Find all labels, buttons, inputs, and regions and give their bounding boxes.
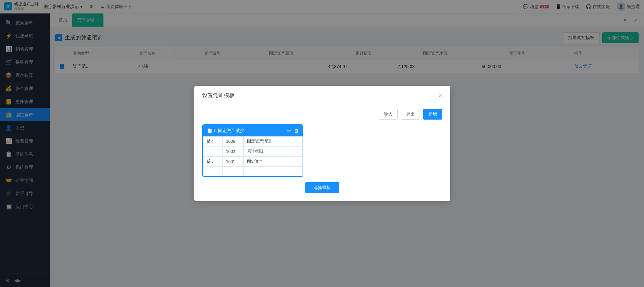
template-entries-table: 借： 1606 固定资产清理 1602 累计折旧	[203, 136, 303, 176]
entry-credit	[293, 157, 302, 167]
template-doc-icon: 📄	[207, 128, 212, 133]
entry-name: 累计折旧	[243, 147, 284, 157]
modal-toolbar: 导入 导出 新增	[194, 104, 450, 124]
entry-empty-3	[243, 167, 284, 176]
entry-code: 1602	[222, 147, 243, 157]
app-wrapper: 财 畅捷通好业财 普及版 医疗器械行业演示 ▾ ⚙ ☁ 我要体验一下 💬 消息 …	[0, 0, 644, 287]
entry-empty-1	[203, 167, 222, 176]
modal-title: 设置凭证模板	[202, 92, 235, 99]
entry-credit	[293, 147, 302, 157]
entry-side: 贷：	[203, 157, 222, 167]
template-card-header: 📄 5-固定资产减少 ✏ 🗑	[203, 125, 303, 136]
select-template-btn[interactable]: 选择模板	[305, 182, 339, 193]
modal-header: 设置凭证模板 ×	[194, 86, 450, 104]
template-entry-empty-row	[203, 167, 302, 176]
template-entries-body: 借： 1606 固定资产清理 1602 累计折旧	[203, 136, 302, 176]
entry-name: 固定资产清理	[243, 136, 284, 147]
entry-name: 固定资产	[243, 157, 284, 167]
modal-body: 📄 5-固定资产减少 ✏ 🗑 借： 1606	[194, 124, 450, 201]
entry-side: 借：	[203, 136, 222, 147]
new-template-btn[interactable]: 新增	[423, 109, 442, 120]
entry-credit	[293, 136, 302, 147]
entry-debit	[284, 136, 293, 147]
modal-close-btn[interactable]: ×	[438, 93, 442, 99]
entry-code: 1606	[222, 136, 243, 147]
entry-empty-5	[293, 167, 302, 176]
template-card-actions: ✏ 🗑	[287, 128, 299, 133]
entry-empty-2	[222, 167, 243, 176]
entry-code: 1601	[222, 157, 243, 167]
entry-side	[203, 147, 222, 157]
entry-debit	[284, 147, 293, 157]
entry-debit	[284, 157, 293, 167]
template-name: 5-固定资产减少	[214, 128, 245, 134]
template-entry-row: 1602 累计折旧	[203, 147, 302, 157]
template-edit-btn[interactable]: ✏	[287, 128, 291, 133]
template-card: 📄 5-固定资产减少 ✏ 🗑 借： 1606	[202, 124, 303, 177]
template-entry-row: 借： 1606 固定资产清理	[203, 136, 302, 147]
template-entry-row: 贷： 1601 固定资产	[203, 157, 302, 167]
entry-empty-4	[284, 167, 293, 176]
export-btn[interactable]: 导出	[401, 109, 420, 120]
template-header-title: 📄 5-固定资产减少	[207, 128, 245, 134]
import-btn[interactable]: 导入	[379, 109, 398, 120]
voucher-template-modal: 设置凭证模板 × 导入 导出 新增 📄 5-固定资产减少 ✏	[194, 86, 450, 201]
template-delete-btn[interactable]: 🗑	[294, 128, 299, 133]
modal-overlay[interactable]: 设置凭证模板 × 导入 导出 新增 📄 5-固定资产减少 ✏	[0, 0, 644, 287]
